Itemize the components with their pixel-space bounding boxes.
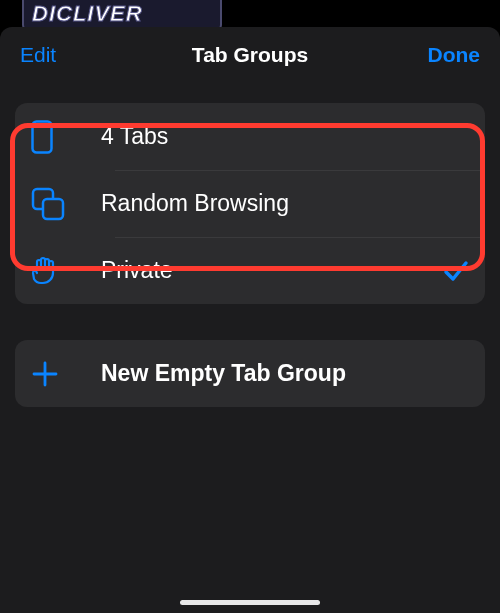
tab-groups-list: 4 Tabs Random Browsing Private — [15, 103, 485, 304]
new-group-section: New Empty Tab Group — [15, 340, 485, 407]
random-browsing-row[interactable]: Random Browsing — [15, 170, 485, 237]
panel-title: Tab Groups — [192, 43, 308, 67]
private-row[interactable]: Private — [15, 237, 485, 304]
row-separator — [115, 237, 485, 238]
home-indicator — [180, 600, 320, 605]
row-separator — [115, 170, 485, 171]
all-tabs-row[interactable]: 4 Tabs — [15, 103, 485, 170]
phone-icon — [31, 120, 71, 154]
new-group-label: New Empty Tab Group — [101, 360, 346, 387]
squares-icon — [31, 187, 71, 221]
panel-header: Edit Tab Groups Done — [0, 27, 500, 83]
hand-icon — [31, 255, 71, 287]
private-label: Private — [101, 257, 173, 284]
checkmark-icon — [443, 258, 469, 284]
done-button[interactable]: Done — [428, 43, 481, 67]
background-thumbnail-text: DICLIVER — [32, 1, 143, 27]
svg-rect-3 — [43, 199, 63, 219]
new-empty-tab-group-row[interactable]: New Empty Tab Group — [15, 340, 485, 407]
all-tabs-label: 4 Tabs — [101, 123, 168, 150]
svg-rect-0 — [33, 121, 52, 152]
edit-button[interactable]: Edit — [20, 43, 56, 67]
plus-icon — [31, 360, 71, 388]
tab-groups-panel: Edit Tab Groups Done 4 Tabs Random Brows… — [0, 27, 500, 613]
random-browsing-label: Random Browsing — [101, 190, 289, 217]
